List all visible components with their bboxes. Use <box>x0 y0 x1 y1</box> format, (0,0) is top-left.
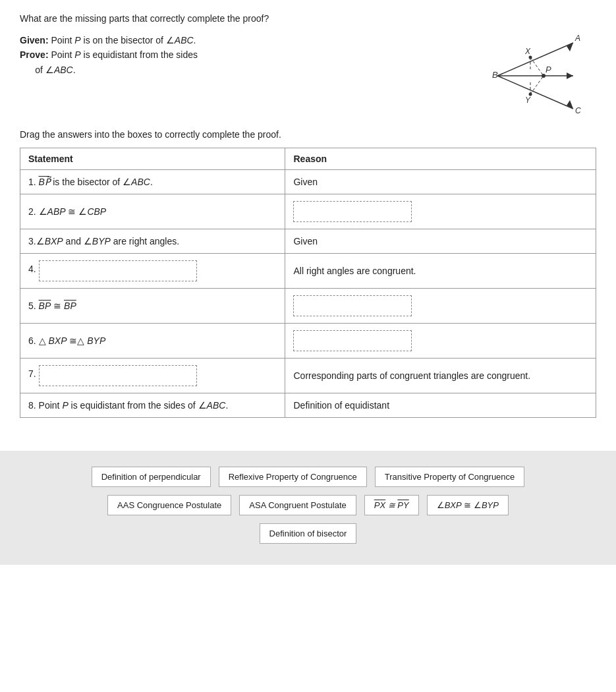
reason-5[interactable] <box>285 289 596 324</box>
reason-4: All right angles are congruent. <box>285 254 596 289</box>
table-row: 6. △ BXP ≅△ BYP <box>20 324 596 359</box>
statement-8: 8. Point P is equidistant from the sides… <box>20 393 285 418</box>
given-value: Point P is on the bisector of ∠ABC. <box>51 35 196 45</box>
reason-8: Definition of equidistant <box>285 393 596 418</box>
col-header-reason: Reason <box>285 148 596 170</box>
diagram-area: B P X Y A C <box>451 33 596 119</box>
given-text: Given: Point P is on the bisector of ∠AB… <box>20 33 438 47</box>
table-row: 1. BP⃗ is the bisector of ∠ABC. Given <box>20 170 596 194</box>
tile-aas-postulate[interactable]: AAS Congruence Postulate <box>107 495 231 515</box>
statement-4[interactable]: 4. <box>20 254 285 289</box>
col-header-statement: Statement <box>20 148 285 170</box>
table-row: 8. Point P is equidistant from the sides… <box>20 393 596 418</box>
tile-px-py[interactable]: PX ≅ PY <box>364 495 419 515</box>
reason-2-dropzone[interactable] <box>293 201 412 222</box>
svg-text:B: B <box>492 70 498 80</box>
svg-text:Y: Y <box>525 96 531 105</box>
prove-text: Prove: Point P is equidistant from the s… <box>20 47 438 77</box>
svg-text:C: C <box>575 106 581 115</box>
statement-4-dropzone[interactable] <box>39 260 197 281</box>
tile-transitive-property[interactable]: Transitive Property of Congruence <box>375 467 525 487</box>
svg-text:X: X <box>524 47 531 56</box>
table-row: 4. All right angles are congruent. <box>20 254 596 289</box>
table-row: 2. ∠ABP ≅ ∠CBP <box>20 194 596 229</box>
statement-7[interactable]: 7. <box>20 359 285 393</box>
svg-line-0 <box>497 43 573 76</box>
geometry-diagram: B P X Y A C <box>451 33 596 119</box>
table-row: 3.∠BXP and ∠BYP are right angles. Given <box>20 229 596 254</box>
given-label: Given: <box>20 35 49 45</box>
answer-area: Definition of perpendicular Reflexive Pr… <box>0 451 616 565</box>
given-prove-text: Given: Point P is on the bisector of ∠AB… <box>20 33 438 77</box>
statement-1: 1. BP⃗ is the bisector of ∠ABC. <box>20 170 285 194</box>
prove-label: Prove: <box>20 49 49 60</box>
answer-tiles-row-1: Definition of perpendicular Reflexive Pr… <box>13 467 603 487</box>
tile-definition-perpendicular[interactable]: Definition of perpendicular <box>92 467 211 487</box>
tile-reflexive-property[interactable]: Reflexive Property of Congruence <box>219 467 367 487</box>
tile-angle-bxp-byp[interactable]: ∠BXP ≅ ∠BYP <box>427 495 509 515</box>
table-row: 7. Corresponding parts of congruent tria… <box>20 359 596 393</box>
reason-3: Given <box>285 229 596 254</box>
tile-asa-postulate[interactable]: ASA Congruent Postulate <box>239 495 356 515</box>
svg-line-2 <box>497 76 573 109</box>
statement-3: 3.∠BXP and ∠BYP are right angles. <box>20 229 285 254</box>
answer-tiles-row-3: Definition of bisector <box>13 523 603 544</box>
answer-tiles-row-2: AAS Congruence Postulate ASA Congruent P… <box>13 495 603 515</box>
svg-text:P: P <box>546 65 551 74</box>
reason-7: Corresponding parts of congruent triangl… <box>285 359 596 393</box>
svg-text:A: A <box>574 34 580 43</box>
statement-2: 2. ∠ABP ≅ ∠CBP <box>20 194 285 229</box>
reason-6-dropzone[interactable] <box>293 330 412 351</box>
given-prove-section: Given: Point P is on the bisector of ∠AB… <box>20 33 596 119</box>
statement-6: 6. △ BXP ≅△ BYP <box>20 324 285 359</box>
tile-definition-bisector[interactable]: Definition of bisector <box>260 523 357 544</box>
reason-1: Given <box>285 170 596 194</box>
reason-5-dropzone[interactable] <box>293 295 412 316</box>
question-text: What are the missing parts that correctl… <box>20 13 596 24</box>
reason-6[interactable] <box>285 324 596 359</box>
main-content: What are the missing parts that correctl… <box>0 0 616 451</box>
proof-table: Statement Reason 1. BP⃗ is the bisector … <box>20 148 596 418</box>
reason-2[interactable] <box>285 194 596 229</box>
table-row: 5. BP ≅ BP <box>20 289 596 324</box>
drag-instruction: Drag the answers into the boxes to corre… <box>20 129 596 140</box>
statement-5: 5. BP ≅ BP <box>20 289 285 324</box>
statement-7-dropzone[interactable] <box>39 365 197 386</box>
svg-marker-5 <box>567 72 573 79</box>
